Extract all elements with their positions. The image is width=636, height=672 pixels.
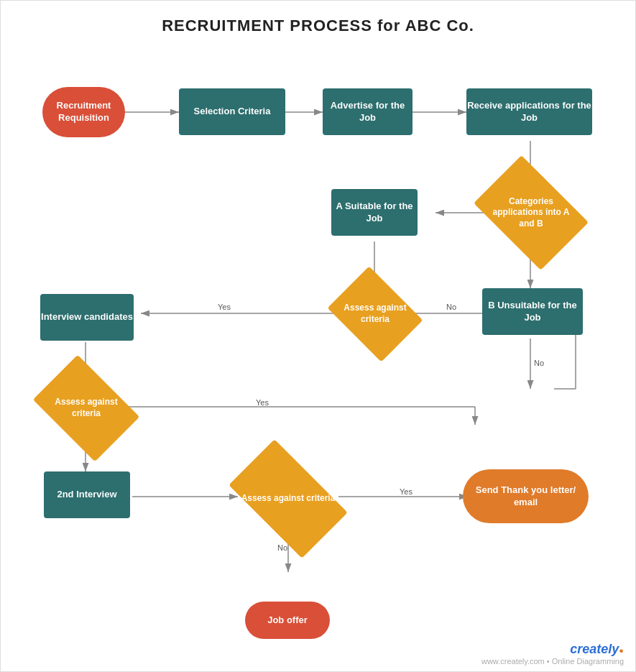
assess-criteria-2: Assess against criteria: [42, 377, 130, 440]
second-interview: 2nd Interview: [44, 471, 130, 518]
watermark: creately● www.creately.com • Online Diag…: [481, 642, 624, 666]
job-offer: Job offer: [245, 602, 330, 639]
interview-candidates: Interview candidates: [40, 294, 134, 341]
yes-label-3: Yes: [400, 487, 413, 496]
b-unsuitable: B Unsuitable for the Job: [482, 288, 583, 335]
yes-label-2: Yes: [256, 398, 269, 407]
yes-label-1: Yes: [218, 303, 231, 311]
no-label-1: No: [446, 303, 456, 311]
page: RECRUITMENT PROCESS for ABC Co.: [0, 0, 636, 672]
assess-criteria-1: Assess against criteria: [337, 285, 413, 344]
assess-criteria-3: Assess against criteria: [236, 466, 340, 531]
receive-applications: Receive applications for the Job: [466, 88, 592, 135]
send-thank-you: Send Thank you letter/ email: [463, 469, 589, 523]
a-suitable: A Suitable for the Job: [331, 189, 418, 236]
page-title: RECRUITMENT PROCESS for ABC Co.: [1, 1, 635, 42]
recruitment-requisition: Recruitment Requisition: [42, 87, 125, 137]
no-label-2: No: [277, 543, 287, 552]
categories-applications: Categories applications into A and B: [484, 179, 579, 247]
no-label-3: No: [534, 359, 544, 367]
brand-logo: creately: [570, 642, 619, 656]
selection-criteria: Selection Criteria: [179, 88, 285, 135]
advertise-job: Advertise for the Job: [323, 88, 413, 135]
